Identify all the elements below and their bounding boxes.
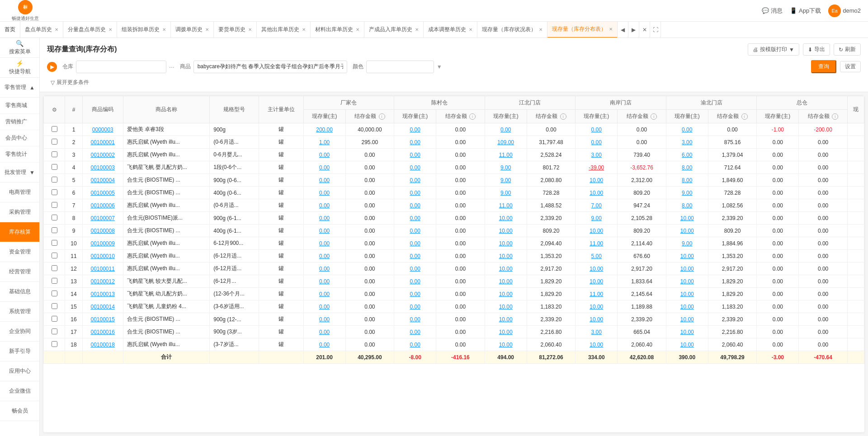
sidebar-item-corpwx[interactable]: 企业微信 <box>0 381 39 401</box>
table-container[interactable]: ⚙ # 商品编码 商品名称 规格型号 主计量单位 厂家仓 陈村仓 江北门店 南岸… <box>43 96 864 432</box>
tab-yaohuo[interactable]: 要货单历史✕ <box>214 22 257 38</box>
tab-close-cailiaochu[interactable]: ✕ <box>356 27 359 32</box>
tab-cailiaochu[interactable]: 材料出库单历史✕ <box>311 22 364 38</box>
app-download-btn[interactable]: 📱 App下载 <box>790 7 821 15</box>
cell-checkbox[interactable] <box>44 313 65 326</box>
cell-checkbox[interactable] <box>44 136 65 149</box>
tab-expand-btn[interactable]: ⛶ <box>650 22 661 38</box>
sidebar-item-retailshop[interactable]: 零售商城 <box>0 98 39 114</box>
tab-close-chengben[interactable]: ✕ <box>469 27 472 32</box>
sidebar-item-system[interactable]: 系统管理 <box>0 302 39 322</box>
warehouse-input[interactable] <box>76 61 166 73</box>
cell-checkbox[interactable] <box>44 225 65 237</box>
tab-next-btn[interactable]: ▶ <box>628 22 639 38</box>
cell-checkbox[interactable] <box>44 161 65 174</box>
cell-chen-amt: 0.00 <box>436 174 485 187</box>
cell-yb-amt: 1,082.56 <box>708 199 757 212</box>
tab-close-fenpandian[interactable]: ✕ <box>108 27 112 32</box>
tab-prev-btn[interactable]: ◀ <box>618 22 628 38</box>
cell-yb-amt: 1,829.20 <box>708 275 757 288</box>
cell-checkbox[interactable] <box>44 250 65 263</box>
sidebar-item-newguide[interactable]: 新手引导 <box>0 342 39 361</box>
cell-yb-amt: 2,216.80 <box>708 326 757 338</box>
settings-btn[interactable]: 设置 <box>840 61 861 72</box>
user-area[interactable]: Ea demo2 <box>828 5 861 17</box>
yb-amt-info[interactable]: i <box>741 113 748 120</box>
cell-checkbox[interactable] <box>44 212 65 225</box>
cell-checkbox[interactable] <box>44 237 65 250</box>
cell-code: 0000003 <box>82 123 123 136</box>
cell-checkbox[interactable] <box>44 300 65 313</box>
cell-name: 飞鹤星飞帆 较大婴儿配... <box>123 275 210 288</box>
cell-checkbox[interactable] <box>44 275 65 288</box>
tab-diaohuo[interactable]: 调拨单历史✕ <box>171 22 214 38</box>
query-btn[interactable]: 查询 <box>811 60 836 73</box>
sidebar-item-marketing[interactable]: 营销推广 <box>0 114 39 130</box>
tab-close-xianzunfb[interactable]: ✕ <box>609 27 613 32</box>
jb-amt-info[interactable]: i <box>560 113 566 120</box>
th-settings[interactable]: ⚙ <box>44 96 65 123</box>
tab-xianzunfb[interactable]: 现存量（库存分布表）✕ <box>547 22 618 38</box>
export-btn[interactable]: ⬇ 导出 <box>803 43 830 56</box>
sidebar-item-search[interactable]: 🔍 搜索英单 <box>0 38 39 58</box>
tab-close-qtchuku[interactable]: ✕ <box>302 27 306 32</box>
cell-total-qty: 0.00 <box>757 250 799 263</box>
tab-close-diaohuo[interactable]: ✕ <box>205 27 209 32</box>
tab-close-pandian[interactable]: ✕ <box>55 27 58 32</box>
tab-qtchuku[interactable]: 其他出库单历史✕ <box>257 22 311 38</box>
cell-checkbox[interactable] <box>44 199 65 212</box>
tab-close-yaohuo[interactable]: ✕ <box>248 27 252 32</box>
refresh-btn[interactable]: ↻ 刷新 <box>834 43 861 56</box>
tab-fenpandian[interactable]: 分量盘点单历史✕ <box>63 22 117 38</box>
tab-close-chanpin[interactable]: ✕ <box>415 27 419 32</box>
cell-checkbox[interactable] <box>44 123 65 136</box>
cell-checkbox[interactable] <box>44 326 65 338</box>
na-amt-info[interactable]: i <box>651 113 657 120</box>
cell-checkbox[interactable] <box>44 187 65 199</box>
sidebar-item-basic[interactable]: 基础信息 <box>0 282 39 302</box>
factory-amt-info[interactable]: i <box>379 113 385 120</box>
sidebar-item-collab[interactable]: 企业协同 <box>0 322 39 342</box>
cell-checkbox[interactable] <box>44 174 65 187</box>
tab-close-all-btn[interactable]: ✕ <box>639 22 650 38</box>
expand-conditions-btn[interactable]: ▽ 展开更多条件 <box>47 77 861 88</box>
cell-name: 爱他美 卓睿3段 <box>123 123 210 136</box>
color-dropdown-icon[interactable]: ▼ <box>437 64 442 70</box>
tab-pandian[interactable]: 盘点单历史✕ <box>20 22 63 38</box>
tab-close-xianzunbiao[interactable]: ✕ <box>539 27 542 32</box>
sidebar-item-quicknav[interactable]: ⚡ 快捷导航 <box>0 58 39 78</box>
settings-icon[interactable]: ⚙ <box>50 105 59 114</box>
cell-checkbox[interactable] <box>44 338 65 351</box>
tab-chanpin[interactable]: 产成品入库单历史✕ <box>364 22 424 38</box>
message-btn[interactable]: 💬 消息 <box>762 7 783 15</box>
sidebar-item-inventory[interactable]: 库存核算 <box>0 222 39 242</box>
tab-home[interactable]: 首页 <box>0 22 20 38</box>
sidebar-item-retailstat[interactable]: 零售统计 <box>0 146 39 163</box>
filter-toggle-btn[interactable]: ▶ <box>47 62 57 72</box>
tab-close-zuzhe[interactable]: ✕ <box>162 27 166 32</box>
sidebar-item-ops[interactable]: 经营管理 <box>0 262 39 282</box>
chen-amt-info[interactable]: i <box>469 113 476 120</box>
cell-total-qty: 0.00 <box>757 225 799 237</box>
warehouse-ellipsis-btn[interactable]: ··· <box>169 63 175 70</box>
cell-factory-qty: 200.00 <box>303 123 345 136</box>
sidebar-item-member2[interactable]: 畅会员 <box>0 401 39 421</box>
sidebar-item-wholesale[interactable]: 批发管理 ▼ <box>0 163 39 183</box>
sidebar-item-appcenter[interactable]: 应用中心 <box>0 361 39 381</box>
sidebar-item-purchase[interactable]: 采购管理 <box>0 202 39 222</box>
tab-chengben[interactable]: 成本调整单历史✕ <box>424 22 477 38</box>
tab-xianzunbiao[interactable]: 现存量（库存状况表）✕ <box>477 22 547 38</box>
cell-checkbox[interactable] <box>44 288 65 300</box>
sidebar-item-member[interactable]: 会员中心 <box>0 130 39 146</box>
sidebar-item-finance[interactable]: 资金管理 <box>0 242 39 262</box>
sidebar-item-retail[interactable]: 零售管理 ▲ <box>0 78 39 98</box>
product-input[interactable] <box>193 61 347 73</box>
cell-name: 惠氏启赋 (Wyeth illu... <box>123 237 210 250</box>
cell-checkbox[interactable] <box>44 263 65 275</box>
total-amt-info[interactable]: i <box>832 113 838 120</box>
print-btn[interactable]: 🖨 按模版打印 ▼ <box>748 43 799 56</box>
tab-zuzhe[interactable]: 组装拆卸单历史✕ <box>117 22 171 38</box>
cell-checkbox[interactable] <box>44 149 65 161</box>
color-input[interactable] <box>366 61 434 73</box>
sidebar-item-ecom[interactable]: 电商管理 <box>0 183 39 202</box>
